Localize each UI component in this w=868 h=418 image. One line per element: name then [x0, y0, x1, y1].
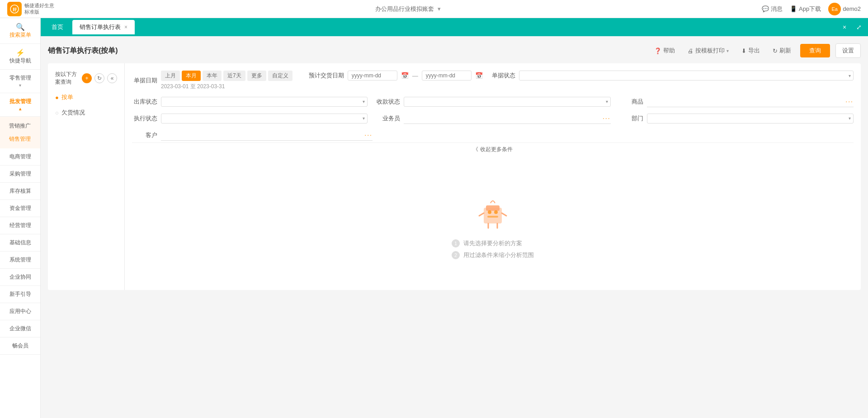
tab-close-btn[interactable]: ×	[124, 24, 127, 30]
sidebar-item-inventory[interactable]: 库存核算	[0, 183, 40, 200]
expected-date-label: 预计交货日期	[309, 71, 344, 80]
payment-status-select[interactable]	[404, 97, 610, 107]
svg-point-5	[494, 210, 498, 214]
refresh-scheme-btn[interactable]: ↻	[94, 73, 104, 83]
tab-home[interactable]: 首页	[44, 23, 71, 31]
svg-text:好: 好	[12, 7, 17, 12]
add-scheme-btn[interactable]: +	[82, 73, 92, 83]
date-btn-7days[interactable]: 近7天	[223, 71, 245, 81]
salesperson-input-area: ···	[404, 113, 610, 124]
topbar-right: 💬 消息 📱 App下载 Ea demo2	[762, 3, 861, 15]
sidebar-item-newbie[interactable]: 新手引导	[0, 286, 40, 303]
exec-status-select[interactable]	[161, 114, 368, 124]
logo-area: 好 畅捷通好生意 标准版	[7, 2, 54, 16]
sidebar-item-appstore[interactable]: 应用中心	[0, 303, 40, 320]
collapse-panel-btn[interactable]: «	[107, 73, 117, 83]
logo-icon: 好	[7, 2, 22, 16]
payment-status-wrap: ▾	[404, 97, 610, 107]
dept-select[interactable]	[647, 114, 854, 124]
exec-status-wrap: ▾	[161, 114, 368, 124]
sidebar-item-basic[interactable]: 基础信息	[0, 234, 40, 252]
left-panel-title: 按以下方案查询	[55, 71, 78, 86]
salesperson-more-btn[interactable]: ···	[603, 114, 611, 122]
expected-date-end[interactable]	[422, 71, 472, 81]
customer-input-area: ···	[161, 129, 373, 141]
left-panel: 按以下方案查询 + ↻ « ● 按单 ○ 欠货情况	[48, 63, 125, 290]
date-btn-more[interactable]: 更多	[247, 71, 266, 81]
calendar-icon-end: 📅	[475, 72, 483, 79]
sidebar-item-corpwx[interactable]: 企业微信	[0, 320, 40, 337]
export-btn[interactable]: ⬇ 导出	[738, 45, 764, 57]
sidebar-item-ecom[interactable]: 电商管理	[0, 148, 40, 166]
delivery-status-select[interactable]	[161, 97, 368, 107]
topbar: 好 畅捷通好生意 标准版 办公用品行业模拟账套 ▾ 💬 消息 📱 App下载 E…	[0, 0, 868, 18]
left-panel-actions: + ↻ «	[82, 73, 117, 83]
sidebar-item-system[interactable]: 系统管理	[0, 252, 40, 269]
message-btn[interactable]: 💬 消息	[762, 5, 783, 13]
status-select[interactable]	[519, 71, 854, 81]
expected-date-start[interactable]	[348, 71, 397, 81]
help-btn[interactable]: ❓ 帮助	[651, 45, 679, 57]
topbar-left: 好 畅捷通好生意 标准版	[7, 2, 54, 16]
calendar-icon-start: 📅	[401, 72, 409, 79]
date-btn-thismonth[interactable]: 本月	[182, 71, 201, 81]
tab-bar-actions: × ⤢	[839, 22, 864, 33]
customer-more-btn[interactable]: ···	[364, 131, 373, 138]
window-close-btn[interactable]: ×	[839, 22, 850, 33]
dept-wrap: ▾	[647, 114, 854, 124]
sidebar-item-quicknav[interactable]: ⚡ 快捷导航	[0, 44, 40, 70]
sidebar-item-marketing[interactable]: 营销推广	[5, 119, 35, 133]
svg-rect-6	[487, 216, 498, 218]
sidebar-item-member[interactable]: 畅会员	[0, 337, 40, 355]
user-menu[interactable]: Ea demo2	[828, 3, 861, 15]
sidebar: 🔍 搜索菜单 ⚡ 快捷导航 零售管理 ▾ 批发管理 ▴ 营销推广 销售管理 电商…	[0, 18, 41, 418]
salesperson-label: 业务员	[375, 114, 400, 123]
customer-label: 客户	[132, 131, 157, 139]
svg-line-7	[479, 213, 484, 216]
sidebar-item-operation[interactable]: 经营管理	[0, 217, 40, 234]
date-range-text: 2023-03-01 至 2023-03-31	[161, 83, 292, 90]
sidebar-item-finance[interactable]: 资金管理	[0, 200, 40, 217]
refresh-btn[interactable]: ↻ 刷新	[769, 45, 795, 57]
sidebar-item-wholesale[interactable]: 批发管理 ▴	[0, 93, 40, 117]
tab-sales-order[interactable]: 销售订单执行表 ×	[72, 20, 135, 34]
topbar-center: 办公用品行业模拟账套 ▾	[375, 5, 441, 13]
left-panel-header: 按以下方案查询 + ↻ «	[48, 67, 124, 90]
sidebar-item-retail[interactable]: 零售管理 ▾	[0, 70, 40, 93]
collapse-chevron-icon: 《	[473, 146, 478, 153]
step-num-2: 2	[452, 251, 460, 259]
svg-rect-3	[486, 205, 500, 211]
message-icon: 💬	[762, 5, 769, 12]
sidebar-item-sales[interactable]: 销售管理	[5, 133, 35, 146]
exec-status-label: 执行状态	[132, 114, 157, 123]
export-icon: ⬇	[741, 48, 746, 54]
scheme-item-ansin[interactable]: ● 按单	[48, 90, 124, 105]
date-buttons: 上月 本月 本年 近7天 更多 自定义	[161, 71, 292, 81]
delivery-status-wrap: ▾	[161, 97, 368, 107]
query-button[interactable]: 查询	[800, 44, 830, 57]
goods-more-btn[interactable]: ···	[845, 98, 854, 105]
status-select-wrap: ▾	[519, 71, 854, 81]
sidebar-item-search[interactable]: 🔍 搜索菜单	[0, 18, 40, 44]
date-btn-lastmonth[interactable]: 上月	[161, 71, 180, 81]
app-download-btn[interactable]: 📱 App下载	[790, 5, 821, 13]
scheme-inactive-icon: ○	[55, 109, 59, 116]
settings-button[interactable]: 设置	[835, 43, 861, 58]
date-separator: —	[412, 72, 418, 79]
print-btn[interactable]: 🖨 按模板打印 ▾	[684, 45, 732, 57]
window-expand-btn[interactable]: ⤢	[854, 22, 864, 33]
collapse-filters-btn[interactable]: 《 收起更多条件	[132, 142, 854, 156]
step-num-1: 1	[452, 239, 460, 247]
date-btn-custom[interactable]: 自定义	[268, 71, 292, 81]
page-header: 销售订单执行表(按单) ❓ 帮助 🖨 按模板打印 ▾ ⬇ 导出	[48, 43, 861, 58]
main-with-panel: 按以下方案查询 + ↻ « ● 按单 ○ 欠货情况	[48, 63, 861, 290]
date-btn-thisyear[interactable]: 本年	[203, 71, 222, 81]
sidebar-item-purchase[interactable]: 采购管理	[0, 166, 40, 183]
goods-label: 商品	[618, 98, 643, 106]
print-icon: 🖨	[688, 48, 693, 54]
right-content: 单据日期 上月 本月 本年 近7天 更多 自定义	[125, 63, 861, 290]
scheme-item-qiankuan[interactable]: ○ 欠货情况	[48, 105, 124, 120]
page-content: 销售订单执行表(按单) ❓ 帮助 🖨 按模板打印 ▾ ⬇ 导出	[41, 36, 868, 418]
nav-dropdown-icon[interactable]: ▾	[438, 5, 441, 12]
sidebar-item-corp[interactable]: 企业协同	[0, 269, 40, 286]
